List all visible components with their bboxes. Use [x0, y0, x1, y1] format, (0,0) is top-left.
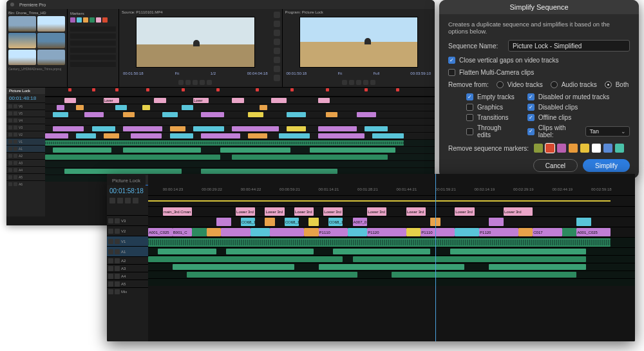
type-tool-icon[interactable]	[274, 75, 280, 81]
clip[interactable]: C017	[533, 228, 562, 236]
clip[interactable]	[406, 228, 421, 236]
clip[interactable]: main_3rd.Cman	[163, 207, 192, 216]
track-a4[interactable]	[148, 263, 635, 270]
clip[interactable]: P1120	[367, 228, 406, 236]
label-swatches[interactable]	[70, 17, 116, 23]
timeline-timecode[interactable]: 00:01:48:18	[6, 94, 45, 102]
disabled-clips-checkbox[interactable]: Disabled clips	[527, 104, 630, 111]
track-a3[interactable]	[148, 255, 635, 263]
clip[interactable]: Lower 3rd	[406, 207, 426, 216]
clip[interactable]	[518, 228, 533, 236]
graphics-checkbox[interactable]: Graphics	[466, 104, 516, 111]
track-a5[interactable]	[148, 270, 635, 278]
source-fit[interactable]: Fit	[175, 71, 179, 75]
track-v2[interactable]: CO68_101 CO68_103 CO68_10 A007_01	[148, 216, 635, 227]
bin-thumbnail[interactable]	[37, 16, 65, 32]
bin-thumbnail[interactable]	[37, 33, 65, 48]
cancel-button[interactable]: Cancel	[533, 159, 578, 172]
tab-picture-lock[interactable]: Picture Lock	[107, 176, 146, 185]
clip[interactable]: P1120	[479, 228, 518, 236]
program-fit[interactable]: Fit	[337, 71, 342, 75]
offline-clips-checkbox[interactable]: Offline clips	[527, 114, 630, 121]
program-viewport[interactable]	[299, 17, 419, 68]
close-gaps-checkbox[interactable]: Close vertical gaps on video tracks	[448, 57, 630, 64]
timeline-tool-icons[interactable]	[107, 196, 148, 205]
clip[interactable]	[251, 228, 270, 236]
clip[interactable]: Lower 3rd	[323, 207, 343, 216]
razor-tool-icon[interactable]	[274, 39, 280, 45]
clip[interactable]: Lower 3rd	[455, 207, 474, 216]
through-edits-checkbox[interactable]: Through edits	[466, 124, 516, 138]
clip[interactable]: Lower 3rd	[265, 207, 284, 216]
empty-tracks-checkbox[interactable]: Empty tracks	[466, 93, 516, 100]
remove-from-audio-radio[interactable]: Audio tracks	[551, 81, 597, 88]
simplified-timeline-panel[interactable]: Picture Lock Picture Lock - Simplified 0…	[107, 174, 635, 341]
clip[interactable]: P1110	[319, 228, 348, 236]
program-tab[interactable]: Program: Picture Lock	[283, 9, 435, 15]
clip[interactable]	[265, 218, 274, 226]
sequence-tab[interactable]: Picture Lock	[6, 88, 45, 94]
clips-with-label-checkbox[interactable]: Clips with label: Tan	[527, 124, 630, 138]
markers-panel[interactable]: Markers	[68, 9, 119, 87]
clip[interactable]	[455, 228, 479, 236]
traffic-light-icon[interactable]	[10, 3, 14, 6]
disabled-muted-tracks-checkbox[interactable]: Disabled or muted tracks	[527, 93, 630, 100]
clip[interactable]	[192, 228, 207, 236]
clip[interactable]: CO68_101	[241, 218, 256, 226]
clip[interactable]	[221, 228, 250, 236]
label-color-select[interactable]: Tan	[585, 126, 630, 137]
program-monitor[interactable]: Program: Picture Lock 00:01:50:18 Fit Fu…	[283, 9, 435, 87]
source-monitor[interactable]: Source: P1110101.MP4 00:01:50:18 Fit 1/2…	[119, 9, 272, 87]
clip[interactable]: Lower 3rd	[367, 207, 386, 216]
slip-tool-icon[interactable]	[274, 48, 280, 54]
clip[interactable]: P1110	[421, 228, 455, 236]
flatten-multicam-checkbox[interactable]: Flatten Multi-Camera clips	[448, 69, 630, 76]
transport-controls[interactable]	[342, 80, 375, 85]
track-v3[interactable]: main_3rd.Cman Lower 3rd Lower 3rd Lower …	[148, 206, 635, 216]
pen-tool-icon[interactable]	[274, 57, 280, 63]
time-ruler[interactable]	[45, 88, 435, 97]
clip[interactable]: B001_C	[173, 228, 192, 236]
clip[interactable]	[304, 228, 319, 236]
timeline2-timecode[interactable]: 00:01:58:18	[107, 185, 148, 196]
hand-tool-icon[interactable]	[274, 66, 280, 72]
bin-thumbnail[interactable]	[8, 50, 36, 65]
work-area-bar[interactable]	[148, 200, 611, 202]
remove-from-video-radio[interactable]: Video tracks	[497, 81, 543, 88]
clip[interactable]	[308, 218, 318, 226]
clip[interactable]	[207, 228, 222, 236]
clip[interactable]: A001_C025	[576, 228, 611, 236]
project-panel[interactable]: Bin: Drone_Trims_HD Century_UHDMADness_T…	[6, 9, 68, 87]
clip[interactable]: A001_C025	[148, 228, 173, 236]
tools-panel[interactable]	[272, 9, 282, 87]
sequence-name-input[interactable]: Picture Lock - Simplified	[508, 40, 630, 52]
source-playback[interactable]: 1/2	[211, 71, 216, 75]
bin-thumbnail[interactable]	[8, 16, 36, 32]
clip[interactable]	[562, 228, 577, 236]
transitions-checkbox[interactable]: Transitions	[466, 114, 516, 121]
clip[interactable]	[216, 218, 231, 226]
marker-color-swatches[interactable]	[534, 144, 624, 153]
track-mix[interactable]	[148, 278, 635, 286]
track-a2[interactable]	[148, 247, 635, 255]
program-playback[interactable]: Full	[373, 71, 379, 75]
time-ruler[interactable]: 00:00:14:23 00:00:29:22 00:00:44:22 00:0…	[148, 185, 635, 196]
clip[interactable]: A007_01	[353, 218, 368, 226]
selection-tool-icon[interactable]	[274, 12, 280, 18]
clip[interactable]	[576, 218, 591, 226]
ripple-edit-icon[interactable]	[274, 30, 280, 36]
transport-controls[interactable]	[178, 80, 212, 85]
clip[interactable]: Lower 3rd Name	[504, 207, 533, 216]
clip[interactable]	[489, 218, 504, 226]
source-viewport[interactable]	[136, 17, 255, 68]
clip[interactable]: CO68_103	[285, 218, 299, 226]
clip[interactable]: Lower 3rd	[236, 207, 255, 216]
track-select-icon[interactable]	[274, 21, 280, 27]
bin-thumbnail[interactable]	[8, 33, 36, 48]
bin-thumbnail[interactable]	[37, 50, 65, 65]
track-a1[interactable]	[148, 237, 635, 247]
remove-from-both-radio[interactable]: Both	[605, 81, 629, 88]
playhead[interactable]	[435, 174, 436, 341]
simplify-button[interactable]: Simplify	[583, 159, 630, 172]
clip[interactable]	[348, 228, 367, 236]
